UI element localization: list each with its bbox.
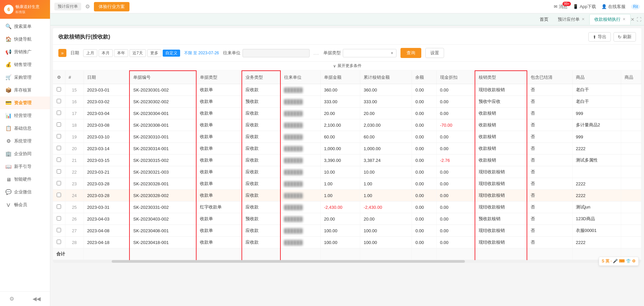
th-date[interactable]: 日期 [84, 71, 129, 84]
app-download-btn[interactable]: 📱 App下载 [573, 4, 596, 10]
td-cancel-type: 现结收款核销 [475, 225, 527, 237]
td-product: 2222 [572, 178, 621, 190]
sidebar-item-inventory[interactable]: 📦库存核算 [0, 84, 50, 97]
refresh-button[interactable]: ↻ 刷新 [613, 32, 636, 42]
td-checkbox[interactable] [53, 166, 65, 178]
th-amount[interactable]: 单据金额 [320, 71, 360, 84]
bill-no-link[interactable]: SK-20230418-001 [133, 240, 169, 245]
tab-close-all-btn[interactable]: ✕ [631, 17, 635, 22]
messages-btn[interactable]: ✉ 消息 99+ [554, 4, 568, 10]
th-balance[interactable]: 余额 [412, 71, 436, 84]
sidebar-item-finance[interactable]: 💳资金管理 [0, 97, 50, 109]
td-include-settled: 否 [527, 201, 572, 213]
th-cash-discount[interactable]: 现金折扣 [436, 71, 475, 84]
custom-date-btn[interactable]: 自定义 [163, 50, 180, 57]
sidebar-item-purchase[interactable]: 🛒采购管理 [0, 71, 50, 84]
bill-type-select[interactable]: 收款单 红字收款单 [343, 49, 396, 57]
table-row: 20 2023-03-14 SK-20230314-001 收款单 应收款 ██… [53, 143, 641, 155]
scrollbar-thumb[interactable] [112, 260, 465, 263]
solution-button[interactable]: 体验行业方案 [94, 2, 129, 11]
tab-close-prepay[interactable]: ✕ [582, 17, 585, 21]
sidebar-item-search[interactable]: 🔍搜索菜单 [0, 20, 50, 33]
gear-icon[interactable]: ⚙ [85, 3, 90, 10]
bill-no-link[interactable]: SK-20230328-001 [133, 181, 169, 186]
collapse-btn[interactable]: ◀◀ [30, 294, 43, 303]
td-checkbox[interactable] [53, 225, 65, 237]
th-bill-type[interactable]: 单据类型 [196, 71, 242, 84]
th-bill-no[interactable]: 单据编号 [129, 71, 196, 84]
this-month-btn[interactable]: 本月 [99, 49, 113, 57]
bill-no-link[interactable]: SK-20230403-002 [133, 217, 169, 222]
td-checkbox[interactable] [53, 190, 65, 201]
filter-toggle-btn[interactable]: » [58, 49, 66, 57]
th-partner[interactable]: 往来单位 [280, 71, 321, 84]
export-button[interactable]: ⬆ 导出 [588, 32, 611, 42]
logo-text: 畅康道好生意 [15, 4, 40, 10]
sidebar-item-hardware[interactable]: 🖥智能硬件 [0, 173, 50, 186]
sidebar-item-quick-nav[interactable]: 🏠快捷导航 [0, 33, 50, 46]
th-product[interactable]: 商品 [572, 71, 621, 84]
sidebar-item-operations[interactable]: 📊经营管理 [0, 109, 50, 122]
tab-close-receipt-exec[interactable]: ✕ [623, 17, 626, 21]
bill-no-link[interactable]: SK-20230315-002 [133, 158, 169, 163]
td-checkbox[interactable] [53, 96, 65, 108]
tab-expand-btn[interactable]: ⛶ [637, 17, 641, 22]
bill-no-link[interactable]: SK-20230302-002 [133, 99, 169, 104]
scrollbar-track[interactable] [53, 260, 641, 263]
td-checkbox[interactable] [53, 143, 65, 155]
partner-input[interactable] [243, 49, 310, 57]
th-product2[interactable]: 商品 [621, 71, 641, 84]
sidebar-item-label: 快捷导航 [14, 36, 32, 42]
td-product: 2222 [572, 190, 621, 201]
query-button[interactable]: 查询 [400, 48, 421, 58]
th-gear[interactable]: ⚙ [53, 71, 65, 84]
th-biz-type[interactable]: 业务类型 [242, 71, 280, 84]
last-7-days-btn[interactable]: 近7天 [129, 49, 146, 57]
bill-no-link[interactable]: SK-20230308-001 [133, 123, 169, 128]
online-service-btn[interactable]: 👤 在线客服 [601, 4, 626, 10]
bill-type-label: 单据类型 [323, 50, 341, 56]
td-checkbox[interactable] [53, 131, 65, 143]
sidebar-item-wechat[interactable]: 💬企业微信 [0, 186, 50, 198]
td-checkbox[interactable] [53, 178, 65, 190]
user-avatar[interactable]: Rit [631, 4, 640, 10]
td-amount: -2,430.00 [320, 201, 360, 213]
sidebar-item-system[interactable]: ⚙系统管理 [0, 135, 50, 147]
td-checkbox[interactable] [53, 213, 65, 225]
td-checkbox[interactable] [53, 84, 65, 96]
tab-home[interactable]: 首页 [535, 14, 553, 24]
bill-no-link[interactable]: SK-20230321-003 [133, 170, 169, 175]
td-product: 衣服00001 [572, 225, 621, 237]
bill-no-link[interactable]: SK-20230408-001 [133, 228, 169, 233]
bill-no-link[interactable]: SK-20230331-002 [133, 205, 169, 210]
th-include-settled[interactable]: 包含已结清 [527, 71, 572, 84]
td-checkbox[interactable] [53, 108, 65, 119]
expand-more-btn[interactable]: ∨ 展开更多条件 [333, 63, 362, 69]
bill-no-link[interactable]: SK-20230301-002 [133, 87, 169, 93]
sidebar-item-guide[interactable]: 📖新手引导 [0, 160, 50, 173]
last-month-btn[interactable]: 上月 [83, 49, 97, 57]
td-checkbox[interactable] [53, 155, 65, 166]
td-checkbox[interactable] [53, 201, 65, 213]
th-cum-cancel[interactable]: 累计核销金额 [360, 71, 412, 84]
th-cancel-type[interactable]: 核销类型 [475, 71, 527, 84]
this-year-btn[interactable]: 本年 [114, 49, 128, 57]
settings-button[interactable]: 设置 [425, 48, 444, 58]
tab-receipt-exec[interactable]: 收款核销执行✕ [589, 14, 631, 25]
tab-prepay[interactable]: 预计应付单✕ [553, 14, 589, 24]
td-checkbox[interactable] [53, 237, 65, 248]
bill-no-link[interactable]: SK-20230304-001 [133, 111, 169, 116]
sidebar-item-member[interactable]: V畅会员 [0, 198, 50, 211]
bill-no-link[interactable]: SK-20230310-001 [133, 134, 169, 139]
td-include-settled: 否 [527, 237, 572, 248]
sidebar-item-sales[interactable]: 💰销售管理 [0, 58, 50, 71]
sidebar-item-marketing[interactable]: 📢营销推广 [0, 46, 50, 58]
bill-no-link[interactable]: SK-20230314-001 [133, 146, 169, 151]
td-checkbox[interactable] [53, 119, 65, 131]
more-date-btn[interactable]: 更多 [147, 49, 161, 57]
settings-bottom-btn[interactable]: ⚙ [7, 294, 17, 303]
footer-partner [280, 248, 321, 260]
sidebar-item-basic[interactable]: 📋基础信息 [0, 122, 50, 135]
sidebar-item-corp[interactable]: 🏢企业协同 [0, 147, 50, 160]
bill-no-link[interactable]: SK-20230328-002 [133, 193, 169, 198]
